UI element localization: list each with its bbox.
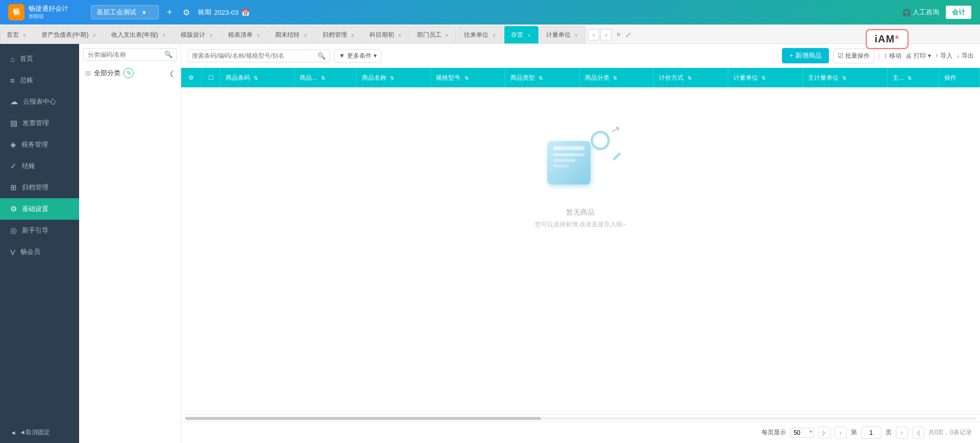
period-label: 账期	[198, 8, 211, 17]
tab-income[interactable]: 收入支出表(年报) ×	[105, 26, 173, 43]
tab-tax-list-close[interactable]: ×	[256, 32, 261, 38]
company-selector[interactable]: 基层工会测试	[91, 5, 159, 19]
move-button[interactable]: ↕ 移动	[884, 52, 901, 60]
tab-archive[interactable]: 归档管理 ×	[316, 26, 362, 43]
tab-income-close[interactable]: ×	[161, 32, 166, 38]
top-header: 畅 畅捷通好会计 旗舰版 基层工会测试 + ⚙ 账期 2023-03 📅 🎧 人…	[0, 0, 980, 25]
more-filter-button[interactable]: ▼ 更多条件 ▾	[334, 49, 381, 63]
category-search-wrap: 🔍	[83, 48, 177, 61]
sort-main-abbr[interactable]: ⇅	[908, 75, 912, 81]
calendar-icon[interactable]: 📅	[241, 9, 250, 16]
tab-prev-button[interactable]: ‹	[588, 29, 599, 40]
close-all-tabs-button[interactable]: ×	[614, 30, 623, 39]
th-name: 商品名称 ⇅	[356, 68, 431, 87]
tab-contacts-close[interactable]: ×	[492, 32, 497, 38]
next-page-button[interactable]: ›	[896, 427, 908, 439]
batch-operation-button[interactable]: ☑ 批量操作	[833, 49, 874, 63]
app-logo-icon: 畅	[8, 4, 24, 20]
th-checkbox[interactable]: ☐	[202, 68, 220, 87]
sidebar-item-basic[interactable]: ⚙ 基础设置	[0, 198, 79, 220]
sidebar-item-ledger[interactable]: ≡ 总账	[0, 69, 79, 91]
print-icon: 🖨	[905, 52, 912, 59]
tab-subject[interactable]: 科目期初 ×	[363, 26, 409, 43]
horizontal-scrollbar[interactable]	[181, 414, 980, 422]
cancel-fixed-label: ◄取消固定	[19, 428, 50, 437]
scrollbar-thumb[interactable]	[185, 417, 541, 420]
export-button[interactable]: ↓ 导出	[957, 52, 974, 60]
sort-price-method[interactable]: ⇅	[688, 75, 692, 81]
tab-contacts-label: 往来单位	[464, 31, 488, 39]
tab-balance-close[interactable]: ×	[91, 32, 96, 38]
tax-icon: ◈	[10, 140, 16, 149]
per-page-select[interactable]: 50 100 200	[790, 428, 814, 438]
sidebar-item-member[interactable]: V 畅会员	[0, 241, 79, 263]
sort-barcode[interactable]: ⇅	[254, 75, 258, 81]
tab-dept[interactable]: 部门员工 ×	[410, 26, 456, 43]
sidebar-basic-label: 基础设置	[22, 204, 48, 214]
tab-inventory-close[interactable]: ×	[526, 32, 531, 38]
sidebar-item-invoice[interactable]: ▤ 发票管理	[0, 112, 79, 134]
tab-subject-close[interactable]: ×	[397, 32, 402, 38]
tab-inventory[interactable]: 存货 ×	[504, 26, 538, 43]
tab-contacts[interactable]: 往来单位 ×	[457, 26, 503, 43]
account-button[interactable]: 会计	[945, 5, 972, 19]
tab-tax-list[interactable]: 税表清单 ×	[222, 26, 267, 43]
iam-badge: iAM*	[866, 29, 909, 49]
sidebar-ledger-label: 总账	[20, 76, 33, 85]
sidebar-home-label: 首页	[20, 54, 33, 63]
batch-check-icon: ☑	[838, 52, 843, 59]
human-service-button[interactable]: 🎧 人工咨询	[902, 8, 939, 17]
tab-archive-close[interactable]: ×	[350, 32, 355, 38]
category-search-icon[interactable]: 🔍	[164, 51, 173, 58]
tab-next-button[interactable]: ›	[600, 29, 611, 40]
sidebar-item-archive[interactable]: ⊞ 归档管理	[0, 177, 79, 198]
tab-home[interactable]: 首页 ×	[0, 26, 34, 43]
settings-button[interactable]: ⚙	[181, 8, 192, 17]
app-name: 畅捷通好会计	[29, 5, 68, 13]
last-page-button[interactable]: ›|	[912, 427, 924, 439]
sort-category[interactable]: ⇅	[613, 75, 617, 81]
sort-name[interactable]: ⇅	[390, 75, 394, 81]
tab-period-end[interactable]: 期末结转 ×	[268, 26, 314, 43]
tab-home-close[interactable]: ×	[22, 32, 27, 38]
sort-spec[interactable]: ⇅	[464, 75, 469, 81]
product-search-input[interactable]	[192, 52, 317, 59]
prev-page-button[interactable]: ‹	[835, 427, 847, 439]
sidebar-cancel-fixed[interactable]: ◄ ◄取消固定	[0, 422, 79, 443]
tab-balance-sheet[interactable]: 资产负债表(中期) ×	[35, 26, 103, 43]
scrollbar-track	[185, 417, 976, 420]
first-page-button[interactable]: |‹	[818, 427, 830, 439]
category-search-input[interactable]	[88, 51, 164, 58]
sidebar-item-settle[interactable]: ✓ 结账	[0, 155, 79, 177]
add-product-button[interactable]: + 新增商品	[782, 48, 828, 63]
product-search-icon[interactable]: 🔍	[317, 52, 326, 60]
sidebar-item-guide[interactable]: ◎ 新手引导	[0, 220, 79, 241]
tab-period-end-close[interactable]: ×	[303, 32, 308, 38]
tab-template-close[interactable]: ×	[208, 32, 213, 38]
th-settings[interactable]: ⚙	[181, 68, 202, 87]
th-type: 商品类型 ⇅	[505, 68, 580, 87]
print-button[interactable]: 🖨 打印 ▾	[905, 52, 931, 60]
expand-tabs-button[interactable]: ⤢	[623, 31, 633, 39]
all-categories[interactable]: ⊞ 全部分类 ✎ ❮	[83, 65, 177, 81]
tab-unit[interactable]: 计量单位 ×	[540, 26, 585, 43]
import-button[interactable]: ↑ 导入	[935, 52, 952, 60]
print-dropdown[interactable]: ▾	[928, 52, 931, 59]
main-layout: ⌂ 首页 ≡ 总账 ☁ 云报表中心 ▤ 发票管理 ◈ 税务管理 ✓ 结账 ⊞ 归…	[0, 44, 980, 443]
tab-template[interactable]: 模版设计 ×	[174, 26, 220, 43]
add-tab-button[interactable]: +	[165, 7, 175, 18]
sort-type[interactable]: ⇅	[538, 75, 543, 81]
tab-unit-close[interactable]: ×	[574, 32, 579, 38]
th-spec: 规格型号 ⇅	[431, 68, 505, 87]
sort-code[interactable]: ⇅	[321, 75, 325, 81]
page-input[interactable]	[861, 427, 881, 439]
category-collapse-icon[interactable]: ❮	[169, 69, 175, 77]
sidebar-item-reports[interactable]: ☁ 云报表中心	[0, 91, 79, 112]
sort-unit[interactable]: ⇅	[762, 75, 766, 81]
sidebar-item-tax[interactable]: ◈ 税务管理	[0, 134, 79, 155]
tab-home-label: 首页	[7, 31, 19, 39]
tab-dept-close[interactable]: ×	[445, 32, 450, 38]
sidebar-item-home[interactable]: ⌂ 首页	[0, 48, 79, 69]
sort-main-unit[interactable]: ⇅	[842, 75, 846, 81]
category-edit-icon[interactable]: ✎	[124, 68, 134, 78]
